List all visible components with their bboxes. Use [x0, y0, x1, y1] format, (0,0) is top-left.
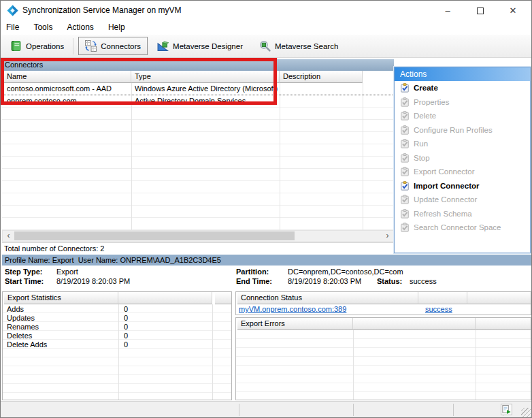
connector-row[interactable]: onprem.contoso.com Active Directory Doma…: [2, 95, 394, 108]
toolbar-connectors-button[interactable]: Connectors: [78, 37, 148, 55]
operations-icon: [10, 40, 22, 52]
toolbar-label: Metaverse Designer: [173, 42, 243, 50]
start-time-value: 8/19/2019 8:20:03 PM: [56, 277, 130, 285]
stat-label: Deletes: [7, 332, 32, 340]
connection-result-link[interactable]: success: [425, 305, 452, 314]
connector-row[interactable]: contoso.onmicrosoft.com - AAD Windows Az…: [2, 83, 394, 95]
export-statistics-header-spacer: [215, 292, 231, 304]
close-button[interactable]: ✕: [497, 1, 529, 20]
table-grid: [236, 330, 531, 400]
toolbar: Operations Connectors Metaverse Desi: [1, 35, 531, 58]
status-bar: [1, 401, 531, 418]
stat-value: 0: [124, 323, 128, 332]
menu-help[interactable]: Help: [102, 20, 131, 35]
clipboard-icon: [400, 153, 410, 163]
resize-grip[interactable]: [521, 408, 531, 417]
action-label: Delete: [414, 112, 436, 120]
partition-value: DC=onprem,DC=contoso,DC=com: [288, 268, 403, 276]
action-label: Create: [414, 84, 438, 92]
column-header-name[interactable]: Name: [3, 71, 131, 83]
menu-actions[interactable]: Actions: [61, 20, 99, 35]
minimize-button[interactable]: –: [432, 1, 463, 20]
status-value: success: [410, 277, 437, 285]
scroll-right-icon: ›: [386, 231, 389, 240]
action-import-connector[interactable]: Import Connector: [395, 179, 530, 193]
stat-value: 0: [124, 340, 128, 349]
clipboard-icon: [400, 111, 410, 120]
table-grid: [3, 304, 231, 400]
profile-name-label: Profile Name:: [5, 256, 50, 264]
action-delete: Delete: [395, 109, 530, 123]
column-divider: [118, 304, 119, 400]
statusbar-divider: [453, 404, 454, 416]
column-header-type[interactable]: Type: [131, 71, 280, 83]
connectors-list: Name Type Description contoso.onmicrosof…: [2, 71, 394, 230]
horizontal-scrollbar[interactable]: ‹ ›: [2, 230, 394, 242]
action-configure-run-profiles: Configure Run Profiles: [395, 123, 530, 138]
action-refresh-schema: Refresh Schema: [395, 207, 530, 221]
title-bar: Synchronization Service Manager on myVM …: [1, 1, 531, 20]
connector-name: contoso.onmicrosoft.com - AAD: [3, 83, 131, 95]
toolbar-operations-button[interactable]: Operations: [3, 37, 71, 55]
column-divider: [280, 83, 280, 230]
metaverse-designer-icon: [157, 40, 169, 52]
statusbar-divider: [353, 404, 354, 416]
scroll-right-button[interactable]: ›: [382, 231, 393, 241]
user-name-label: User Name:: [78, 256, 118, 264]
clipboard-icon: [400, 181, 410, 191]
clipboard-icon: [400, 167, 410, 176]
export-errors-table: Export Errors: [235, 317, 531, 400]
action-label: Import Connector: [414, 182, 479, 190]
connection-server-link[interactable]: myVM.onprem.contoso.com:389: [239, 305, 346, 314]
action-export-connector: Export Connector: [395, 165, 530, 179]
statusbar-divider: [239, 404, 239, 416]
toolbar-label: Connectors: [101, 42, 141, 50]
start-time-label: Start Time:: [5, 277, 44, 285]
stat-label: Delete Adds: [7, 340, 47, 349]
connectors-caption-bar: Connectors: [2, 59, 394, 71]
stat-label: Adds: [7, 305, 24, 314]
export-errors-header-spacer: [353, 318, 476, 330]
connector-description: [280, 83, 363, 95]
clipboard-icon: [400, 139, 410, 148]
column-header-description[interactable]: Description: [280, 71, 363, 83]
action-label: Configure Run Profiles: [414, 126, 493, 134]
export-errors-header: Export Errors: [237, 318, 353, 330]
toolbar-separator: [73, 38, 73, 54]
maximize-button[interactable]: [465, 1, 496, 20]
connection-status-header-spacer: [418, 292, 467, 304]
action-create[interactable]: Create: [395, 81, 530, 95]
scroll-left-button[interactable]: ‹: [3, 231, 14, 241]
status-label: Status:: [377, 277, 402, 285]
connection-status-header-spacer: [467, 292, 531, 304]
action-label: Refresh Schema: [414, 210, 472, 218]
column-divider: [212, 304, 213, 400]
scrollbar-thumb[interactable]: [14, 231, 295, 240]
user-name-value: ONPREM\AAD_A1B2C3D4E5: [120, 256, 221, 264]
column-divider: [476, 330, 476, 400]
action-label: Run: [414, 140, 428, 148]
menu-tools[interactable]: Tools: [27, 20, 59, 35]
action-properties: Properties: [395, 95, 530, 110]
scroll-left-icon: ‹: [7, 231, 10, 240]
toolbar-metaverse-designer-button[interactable]: Metaverse Designer: [150, 37, 250, 55]
stat-label: Updates: [7, 314, 35, 323]
menu-file[interactable]: File: [1, 20, 25, 35]
maximize-icon: [477, 7, 484, 14]
actions-panel: Actions Create Properties Delete Configu…: [394, 67, 531, 253]
stat-label: Renames: [7, 323, 39, 332]
export-statistics-header-spacer: [118, 292, 212, 304]
run-status-icon: [501, 404, 512, 415]
action-label: Export Connector: [414, 167, 475, 176]
clipboard-icon: [400, 195, 410, 204]
action-run: Run: [395, 137, 530, 151]
connector-description: [280, 95, 363, 108]
action-label: Properties: [414, 98, 449, 106]
end-time-value: 8/19/2019 8:20:03 PM: [288, 277, 361, 285]
export-statistics-header: Export Statistics: [4, 292, 118, 304]
clipboard-icon: [400, 125, 410, 135]
clipboard-icon: [400, 209, 410, 219]
list-header: Name Type Description: [2, 71, 394, 83]
export-errors-header-spacer: [476, 318, 531, 330]
toolbar-metaverse-search-button[interactable]: Metaverse Search: [252, 37, 345, 55]
